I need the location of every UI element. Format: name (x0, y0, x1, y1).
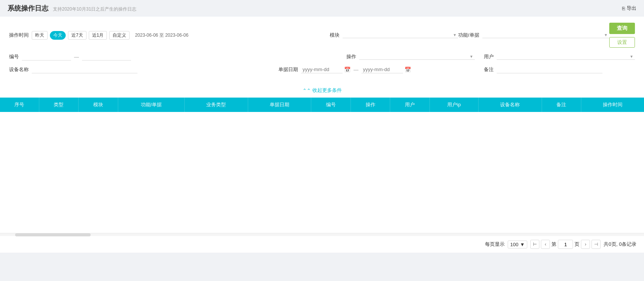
collapse-label: 收起更多条件 (312, 87, 342, 94)
col-biz-type: 业务类型 (185, 98, 248, 112)
col-seq: 序号 (0, 98, 39, 112)
module-label: 模块 (330, 32, 340, 39)
pagination-bar: 每页显示 100 ▼ ⊢ ‹ 第 页 › ⊣ 共0页, 0条记录 (0, 236, 644, 253)
module-filter-section: 模块 ▼ (330, 32, 458, 39)
col-number: 编号 (311, 98, 351, 112)
remark-input[interactable] (497, 66, 602, 73)
col-date: 单据日期 (248, 98, 311, 112)
date-label: 单据日期 (278, 66, 298, 73)
filter-row-2: 编号 — 操作 ▼ 用户 ▼ (9, 53, 635, 61)
filter-row-3: 设备名称 单据日期 📅 — 📅 备注 (9, 66, 635, 73)
export-icon: ⎘ (622, 6, 625, 11)
calendar-end-icon[interactable]: 📅 (405, 67, 411, 73)
table-container: 序号 类型 模块 功能/单据 业务类型 单据日期 编号 操作 用户 用户ip 设… (0, 98, 644, 233)
time-btn-1month[interactable]: 近1月 (89, 31, 107, 40)
page-size-select[interactable]: 100 ▼ (508, 241, 528, 248)
time-btn-today[interactable]: 今天 (50, 31, 66, 40)
remark-label: 备注 (484, 66, 494, 73)
page-header: 系统操作日志 支持2020年10月31日之后产生的操作日志 ⎘ 导出 (0, 0, 644, 17)
last-page-button[interactable]: ⊣ (591, 240, 601, 249)
user-select[interactable]: ▼ (497, 54, 635, 60)
page-size-label: 每页显示 (485, 241, 505, 248)
prev-page-button[interactable]: ‹ (541, 240, 550, 249)
date-dash: — (354, 67, 358, 73)
time-btn-yesterday[interactable]: 昨天 (32, 31, 48, 40)
export-label: 导出 (627, 5, 636, 12)
function-label: 功能/单据 (458, 32, 479, 39)
module-select[interactable]: ▼ (343, 32, 458, 38)
collapse-text: ⌃⌃ 收起更多条件 (303, 87, 342, 94)
number-end-input[interactable] (82, 53, 131, 61)
time-filter-group: 昨天 今天 近7天 近1月 自定义 2023-06-06 至 2023-06-0… (32, 31, 188, 40)
number-label: 编号 (9, 53, 19, 60)
device-filter-section: 设备名称 (9, 66, 269, 73)
operation-select[interactable]: ▼ (359, 54, 475, 60)
page-subtitle: 支持2020年10月31日之后产生的操作日志 (53, 6, 136, 12)
function-select[interactable]: ▼ (482, 32, 609, 38)
col-remark: 备注 (542, 98, 581, 112)
page-number-input[interactable] (558, 240, 573, 249)
setting-button[interactable]: 设置 (609, 37, 635, 48)
col-op-time: 操作时间 (581, 98, 644, 112)
number-start-input[interactable] (22, 53, 71, 61)
time-btn-custom[interactable]: 自定义 (109, 31, 130, 40)
operation-chevron-icon: ▼ (469, 54, 473, 59)
scrollbar-track[interactable] (0, 233, 644, 236)
page-size-chevron-icon: ▼ (520, 242, 525, 247)
number-dash: — (74, 54, 79, 60)
user-chevron-icon: ▼ (630, 54, 633, 59)
col-function: 功能/单据 (118, 98, 184, 112)
collapse-bar[interactable]: ⌃⌃ 收起更多条件 (0, 85, 644, 98)
export-button[interactable]: ⎘ 导出 (622, 5, 636, 12)
page-label-before: 第 (551, 241, 556, 248)
time-btn-7days[interactable]: 近7天 (68, 31, 86, 40)
total-text: 共0页, 0条记录 (604, 241, 636, 248)
page-size-value: 100 (510, 242, 519, 247)
device-label: 设备名称 (9, 66, 29, 73)
calendar-start-icon[interactable]: 📅 (344, 67, 351, 73)
page-label-after: 页 (575, 241, 579, 248)
date-end-wrapper: 📅 (361, 66, 411, 73)
user-label: 用户 (484, 53, 494, 60)
table-header-row: 序号 类型 模块 功能/单据 业务类型 单据日期 编号 操作 用户 用户ip 设… (0, 98, 644, 112)
table-header: 序号 类型 模块 功能/单据 业务类型 单据日期 编号 操作 用户 用户ip 设… (0, 98, 644, 112)
filter-row-1: 操作时间 昨天 今天 近7天 近1月 自定义 2023-06-06 至 2023… (9, 23, 635, 48)
col-device: 设备名称 (478, 98, 542, 112)
col-operation: 操作 (351, 98, 390, 112)
collapse-chevron-icon: ⌃⌃ (303, 88, 311, 93)
first-page-button[interactable]: ⊢ (530, 240, 539, 249)
date-start-wrapper: 📅 (301, 66, 351, 73)
remark-filter-section: 备注 (484, 66, 635, 73)
filter-panel: 操作时间 昨天 今天 近7天 近1月 自定义 2023-06-06 至 2023… (0, 17, 644, 85)
date-end-input[interactable] (361, 66, 403, 73)
function-filter-section: 功能/单据 ▼ (458, 32, 609, 39)
function-chevron-icon: ▼ (604, 33, 608, 37)
col-type: 类型 (39, 98, 78, 112)
col-module: 模块 (79, 98, 118, 112)
date-start-input[interactable] (301, 66, 343, 73)
date-filter-section: 单据日期 📅 — 📅 (278, 66, 475, 73)
next-page-button[interactable]: › (581, 240, 590, 249)
device-input[interactable] (32, 66, 137, 73)
time-filter-label: 操作时间 (9, 32, 29, 39)
data-table: 序号 类型 模块 功能/单据 业务类型 单据日期 编号 操作 用户 用户ip 设… (0, 98, 644, 112)
page-title: 系统操作日志 (8, 4, 48, 13)
col-user-ip: 用户ip (429, 98, 478, 112)
time-range-display: 2023-06-06 至 2023-06-06 (135, 32, 188, 39)
col-user: 用户 (390, 98, 429, 112)
page-header-left: 系统操作日志 支持2020年10月31日之后产生的操作日志 (8, 4, 136, 13)
time-filter-section: 操作时间 昨天 今天 近7天 近1月 自定义 2023-06-06 至 2023… (9, 31, 330, 40)
number-filter-section: 编号 — (9, 53, 337, 61)
operation-label: 操作 (346, 53, 356, 60)
query-button[interactable]: 查询 (609, 23, 635, 34)
operation-filter-section: 操作 ▼ (346, 53, 475, 60)
action-buttons: 查询 设置 (609, 23, 635, 48)
user-filter-section: 用户 ▼ (484, 53, 635, 60)
module-chevron-icon: ▼ (453, 33, 457, 37)
scrollbar-thumb[interactable] (15, 233, 91, 236)
page-nav: ⊢ ‹ 第 页 › ⊣ (530, 240, 601, 249)
empty-area (0, 112, 644, 233)
